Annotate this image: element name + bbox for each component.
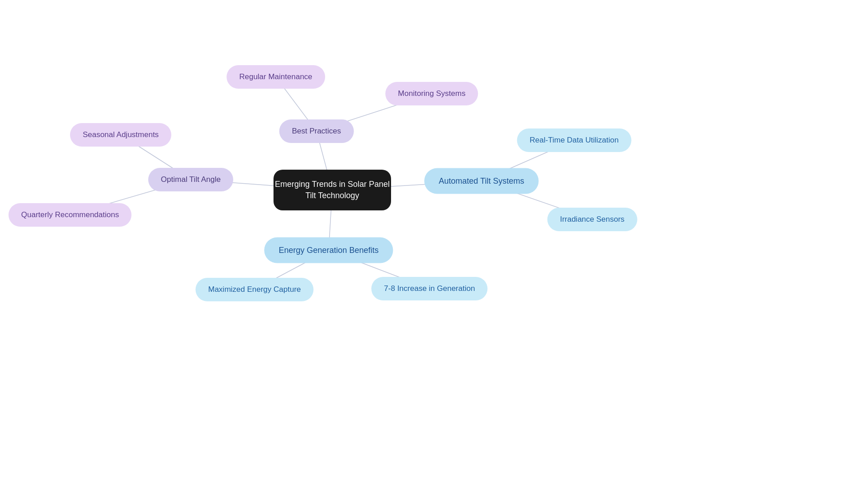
automated-tilt-systems-node: Automated Tilt Systems — [424, 168, 538, 194]
automated-tilt-systems-label: Automated Tilt Systems — [439, 176, 524, 186]
optimal-tilt-angle-node: Optimal Tilt Angle — [148, 168, 233, 191]
monitoring-systems-node: Monitoring Systems — [385, 82, 478, 105]
quarterly-recommendations-node: Quarterly Recommendations — [9, 203, 132, 227]
quarterly-recommendations-label: Quarterly Recommendations — [21, 210, 119, 219]
maximized-energy-capture-label: Maximized Energy Capture — [208, 285, 301, 294]
regular-maintenance-node: Regular Maintenance — [226, 65, 325, 89]
increase-in-generation-label: 7-8 Increase in Generation — [384, 284, 475, 293]
monitoring-systems-label: Monitoring Systems — [398, 89, 465, 98]
regular-maintenance-label: Regular Maintenance — [239, 72, 312, 81]
center-label: Emerging Trends in Solar PanelTilt Techn… — [275, 179, 390, 201]
optimal-tilt-angle-label: Optimal Tilt Angle — [161, 175, 221, 184]
seasonal-adjustments-node: Seasonal Adjustments — [70, 123, 171, 147]
maximized-energy-capture-node: Maximized Energy Capture — [195, 278, 313, 301]
best-practices-label: Best Practices — [292, 127, 341, 136]
irradiance-sensors-label: Irradiance Sensors — [560, 215, 625, 224]
energy-generation-benefits-node: Energy Generation Benefits — [264, 238, 393, 263]
energy-generation-benefits-label: Energy Generation Benefits — [278, 246, 378, 255]
increase-in-generation-node: 7-8 Increase in Generation — [371, 277, 487, 300]
irradiance-sensors-node: Irradiance Sensors — [547, 208, 637, 231]
real-time-data-label: Real-Time Data Utilization — [530, 136, 619, 145]
best-practices-node: Best Practices — [279, 119, 354, 143]
center-node: Emerging Trends in Solar PanelTilt Techn… — [274, 170, 391, 210]
seasonal-adjustments-label: Seasonal Adjustments — [83, 130, 159, 139]
real-time-data-node: Real-Time Data Utilization — [517, 128, 632, 152]
